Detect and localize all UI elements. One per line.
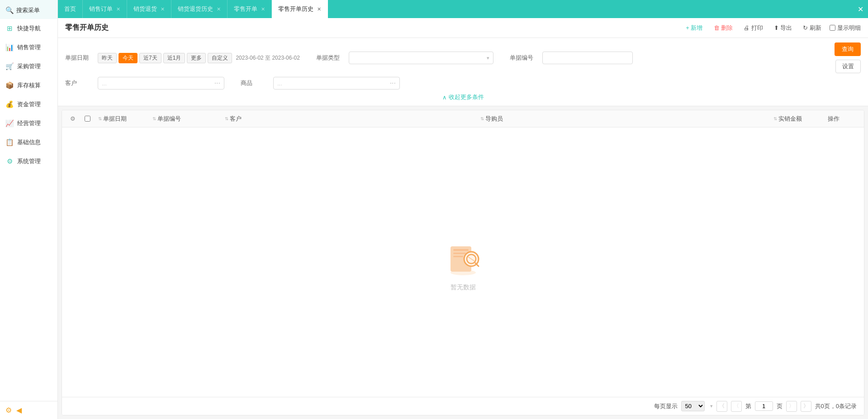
th-date-sort-icon[interactable]: ⇅ — [98, 116, 102, 121]
date-btn-custom[interactable]: 自定义 — [208, 53, 232, 63]
page-input[interactable] — [755, 401, 773, 411]
tab-sales-return-history[interactable]: 销货退货历史 ✕ — [171, 0, 228, 18]
th-customer-label: 客户 — [230, 115, 242, 123]
tabs-bar-right: ✕ — [858, 5, 868, 14]
date-btn-today[interactable]: 今天 — [119, 53, 138, 63]
sidebar-search-label: 搜索采单 — [16, 6, 40, 14]
bill-type-select[interactable]: ▾ — [349, 52, 493, 64]
tab-sales-order-close[interactable]: ✕ — [116, 6, 120, 12]
date-btn-yesterday[interactable]: 昨天 — [98, 53, 117, 63]
finance-icon: 💰 — [5, 100, 14, 108]
basic-info-icon: 📋 — [5, 138, 14, 146]
page-suffix: 页 — [777, 402, 783, 410]
tab-retail-open-close[interactable]: ✕ — [261, 6, 265, 12]
th-amount-label: 实销金额 — [778, 115, 802, 123]
collapse-label: 收起更多条件 — [449, 93, 484, 101]
sidebar-item-purchase-mgmt[interactable]: 🛒 采购管理 — [0, 57, 57, 76]
filter-right-btns: 查询 设置 — [835, 42, 861, 73]
date-btn-more[interactable]: 更多 — [187, 53, 206, 63]
customer-placeholder: ... — [102, 80, 107, 87]
date-btn-1month[interactable]: 近1月 — [163, 53, 185, 63]
display-detail-label: 显示明细 — [837, 24, 861, 32]
tab-sales-return-history-close[interactable]: ✕ — [217, 6, 221, 12]
tab-sales-return-close[interactable]: ✕ — [161, 6, 165, 12]
th-number-label: 单据编号 — [157, 115, 181, 123]
refresh-button[interactable]: ↻ 刷新 — [800, 23, 824, 33]
bill-no-input[interactable] — [542, 52, 633, 64]
export-button[interactable]: ⬆ 导出 — [771, 23, 795, 33]
print-button[interactable]: 🖨 打印 — [741, 23, 766, 33]
pagination: 每页显示 50 100 200 ▾ 《 〈 第 页 〉 》 共0页，0条记录 — [62, 397, 864, 415]
tab-home-label: 首页 — [64, 5, 76, 13]
sidebar-item-finance[interactable]: 💰 资金管理 — [0, 95, 57, 114]
purchase-mgmt-icon: 🛒 — [5, 62, 14, 71]
last-page-btn[interactable]: 》 — [801, 401, 811, 412]
sidebar-item-basic-info[interactable]: 📋 基础信息 — [0, 133, 57, 152]
tab-retail-open-label: 零售开单 — [234, 5, 257, 13]
sidebar-item-label: 基础信息 — [17, 138, 41, 146]
goods-dots-icon: ··· — [390, 79, 396, 87]
sidebar-search[interactable]: 🔍 搜索采单 — [0, 0, 57, 19]
tab-retail-open-history-close[interactable]: ✕ — [317, 6, 321, 12]
select-all-checkbox[interactable] — [85, 116, 90, 122]
sidebar-item-quick-nav[interactable]: ⊞ 快捷导航 — [0, 19, 57, 38]
tab-sales-order[interactable]: 销售订单 ✕ — [83, 0, 127, 18]
toolbar-actions: + 新增 🗑 删除 🖨 打印 ⬆ 导出 ↻ 刷新 显示明细 — [683, 23, 861, 33]
tab-sales-return-history-label: 销货退货历史 — [178, 5, 213, 13]
per-page-label: 每页显示 — [654, 402, 678, 410]
sidebar-item-label: 销售管理 — [17, 43, 41, 52]
date-label: 单据日期 — [65, 54, 90, 62]
goods-label: 商品 — [241, 79, 266, 87]
prev-page-btn[interactable]: 〈 — [731, 401, 742, 412]
tab-sales-return[interactable]: 销货退货 ✕ — [127, 0, 171, 18]
table-select-all[interactable] — [80, 116, 95, 122]
customer-select[interactable]: ... ··· — [98, 77, 224, 89]
collapse-sidebar-btn[interactable]: ◀ — [16, 406, 22, 414]
tab-sales-return-label: 销货退货 — [133, 5, 157, 13]
sidebar-item-inventory[interactable]: 📦 库存核算 — [0, 76, 57, 95]
empty-state: 暂无数据 — [62, 127, 864, 397]
sidebar-item-label: 经营管理 — [17, 119, 41, 127]
sidebar-item-label: 资金管理 — [17, 100, 41, 108]
th-number-sort-icon[interactable]: ⇅ — [152, 116, 156, 121]
sidebar-item-operations[interactable]: 📈 经营管理 — [0, 114, 57, 133]
th-customer-sort-icon[interactable]: ⇅ — [225, 116, 228, 121]
sidebar-item-label: 库存核算 — [17, 81, 41, 89]
delete-button[interactable]: 🗑 删除 — [711, 23, 736, 33]
table-settings-icon[interactable]: ⚙ — [66, 115, 80, 122]
collapse-btn[interactable]: ∧ 收起更多条件 — [442, 93, 484, 101]
display-detail-checkbox[interactable] — [830, 25, 835, 31]
query-button[interactable]: 查询 — [835, 42, 861, 56]
tab-retail-open-history[interactable]: 零售开单历史 ✕ — [272, 0, 328, 18]
inventory-icon: 📦 — [5, 81, 14, 89]
setting-button[interactable]: 设置 — [835, 60, 861, 73]
quick-nav-icon: ⊞ — [5, 24, 14, 33]
tab-retail-open[interactable]: 零售开单 ✕ — [228, 0, 272, 18]
date-btn-7days[interactable]: 近7天 — [139, 53, 161, 63]
sidebar: 🔍 搜索采单 ⊞ 快捷导航 📊 销售管理 🛒 采购管理 📦 库存核算 💰 资金管… — [0, 0, 58, 419]
th-ops: 操作 — [824, 115, 860, 123]
display-detail-checkbox-label[interactable]: 显示明细 — [830, 24, 861, 32]
sidebar-item-label: 采购管理 — [17, 62, 41, 71]
tab-home[interactable]: 首页 — [58, 0, 83, 18]
th-guide-sort-icon[interactable]: ⇅ — [480, 116, 484, 121]
svg-rect-3 — [453, 253, 466, 254]
filter-area: 单据日期 昨天 今天 近7天 近1月 更多 自定义 2023-06-02 至 2… — [58, 38, 868, 106]
page-down-chevron-icon: ▾ — [710, 403, 713, 409]
next-page-btn[interactable]: 〉 — [786, 401, 797, 412]
settings-footer-btn[interactable]: ⚙ — [5, 406, 12, 414]
customer-label: 客户 — [65, 79, 90, 87]
th-amount: ⇅ 实销金额 — [770, 115, 824, 123]
sidebar-item-sales-mgmt[interactable]: 📊 销售管理 — [0, 38, 57, 57]
goods-select[interactable]: ... ··· — [273, 77, 400, 89]
per-page-select[interactable]: 50 100 200 — [681, 401, 705, 411]
sidebar-item-label: 快捷导航 — [17, 24, 41, 33]
add-button[interactable]: + 新增 — [683, 23, 705, 33]
th-amount-sort-icon[interactable]: ⇅ — [773, 116, 777, 121]
first-page-btn[interactable]: 《 — [716, 401, 727, 412]
th-guide-label: 导购员 — [485, 115, 503, 123]
window-close-btn[interactable]: ✕ — [858, 5, 863, 14]
sidebar-item-sys-mgmt[interactable]: ⚙ 系统管理 — [0, 152, 57, 171]
th-number: ⇅ 单据编号 — [149, 115, 221, 123]
bill-type-label: 单据类型 — [316, 54, 342, 62]
